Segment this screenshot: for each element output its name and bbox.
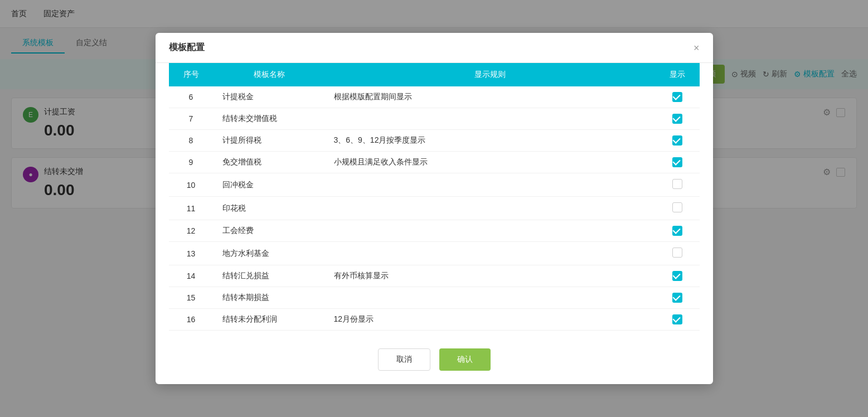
- checkbox-unchecked[interactable]: [672, 248, 682, 258]
- cell-name: 计提所得税: [214, 130, 325, 152]
- cell-checkbox[interactable]: [655, 265, 700, 287]
- cell-name: 工会经费: [214, 220, 325, 242]
- cell-checkbox[interactable]: [655, 130, 700, 152]
- cell-checkbox[interactable]: [655, 152, 700, 173]
- checkbox-checked[interactable]: [672, 135, 682, 146]
- cell-checkbox[interactable]: [655, 287, 700, 309]
- cell-rule: [325, 173, 655, 197]
- table-row: 11印花税: [169, 197, 700, 220]
- confirm-button[interactable]: 确认: [439, 348, 491, 371]
- col-name: 模板名称: [214, 63, 325, 86]
- cell-seq: 10: [169, 173, 214, 197]
- modal-body: 序号 模板名称 显示规则 显示 6计提税金根据模版配置期间显示7结转未交增值税8…: [156, 63, 713, 340]
- col-rule: 显示规则: [325, 63, 655, 86]
- modal-close-button[interactable]: ×: [694, 43, 700, 53]
- table-scroll-area[interactable]: 序号 模板名称 显示规则 显示 6计提税金根据模版配置期间显示7结转未交增值税8…: [169, 63, 700, 331]
- table-row: 14结转汇兑损益有外币核算显示: [169, 265, 700, 287]
- cell-rule: [325, 287, 655, 309]
- cell-rule: [325, 242, 655, 265]
- checkbox-unchecked[interactable]: [672, 202, 682, 212]
- cell-name: 结转本期损益: [214, 287, 325, 309]
- cell-rule: [325, 220, 655, 242]
- col-display: 显示: [655, 63, 700, 86]
- checkbox-checked[interactable]: [672, 226, 682, 236]
- config-table: 序号 模板名称 显示规则 显示 6计提税金根据模版配置期间显示7结转未交增值税8…: [169, 63, 700, 331]
- table-row: 12工会经费: [169, 220, 700, 242]
- cell-seq: 7: [169, 108, 214, 130]
- cell-seq: 6: [169, 86, 214, 108]
- modal-title: 模板配置: [169, 42, 205, 54]
- checkbox-checked[interactable]: [672, 271, 682, 281]
- modal-header: 模板配置 ×: [156, 33, 713, 63]
- cell-rule: 有外币核算显示: [325, 265, 655, 287]
- checkbox-checked[interactable]: [672, 114, 682, 124]
- checkbox-checked[interactable]: [672, 92, 682, 102]
- cell-name: 免交增值税: [214, 152, 325, 173]
- cell-checkbox[interactable]: [655, 108, 700, 130]
- checkbox-checked[interactable]: [672, 293, 682, 303]
- table-row: 8计提所得税3、6、9、12月按季度显示: [169, 130, 700, 152]
- cell-checkbox[interactable]: [655, 197, 700, 220]
- cell-seq: 9: [169, 152, 214, 173]
- cell-name: 结转汇兑损益: [214, 265, 325, 287]
- cell-seq: 15: [169, 287, 214, 309]
- cell-rule: 小规模且满足收入条件显示: [325, 152, 655, 173]
- modal-overlay: 模板配置 × 序号 模板名称 显示规则 显示 6计提税金根据模版配置期间显: [0, 0, 868, 417]
- table-row: 16结转未分配利润12月份显示: [169, 309, 700, 331]
- cell-rule: 根据模版配置期间显示: [325, 86, 655, 108]
- template-config-modal: 模板配置 × 序号 模板名称 显示规则 显示 6计提税金根据模版配置期间显: [156, 33, 713, 384]
- cell-seq: 16: [169, 309, 214, 331]
- checkbox-unchecked[interactable]: [672, 179, 682, 189]
- checkbox-checked[interactable]: [672, 314, 682, 324]
- cancel-button[interactable]: 取消: [378, 348, 430, 371]
- col-seq: 序号: [169, 63, 214, 86]
- table-row: 7结转未交增值税: [169, 108, 700, 130]
- cell-seq: 13: [169, 242, 214, 265]
- cell-checkbox[interactable]: [655, 173, 700, 197]
- cell-seq: 12: [169, 220, 214, 242]
- cell-rule: [325, 108, 655, 130]
- cell-rule: 3、6、9、12月按季度显示: [325, 130, 655, 152]
- cell-name: 回冲税金: [214, 173, 325, 197]
- table-row: 15结转本期损益: [169, 287, 700, 309]
- cell-checkbox[interactable]: [655, 220, 700, 242]
- cell-seq: 11: [169, 197, 214, 220]
- cell-name: 计提税金: [214, 86, 325, 108]
- cell-seq: 8: [169, 130, 214, 152]
- cell-name: 结转未交增值税: [214, 108, 325, 130]
- cell-checkbox[interactable]: [655, 242, 700, 265]
- cell-name: 地方水利基金: [214, 242, 325, 265]
- table-header-row: 序号 模板名称 显示规则 显示: [169, 63, 700, 86]
- table-row: 13地方水利基金: [169, 242, 700, 265]
- checkbox-checked[interactable]: [672, 157, 682, 167]
- modal-footer: 取消 确认: [156, 340, 713, 384]
- cell-checkbox[interactable]: [655, 86, 700, 108]
- table-row: 6计提税金根据模版配置期间显示: [169, 86, 700, 108]
- cell-name: 印花税: [214, 197, 325, 220]
- table-row: 10回冲税金: [169, 173, 700, 197]
- cell-name: 结转未分配利润: [214, 309, 325, 331]
- cell-seq: 14: [169, 265, 214, 287]
- cell-rule: [325, 197, 655, 220]
- cell-checkbox[interactable]: [655, 309, 700, 331]
- cell-rule: 12月份显示: [325, 309, 655, 331]
- table-row: 9免交增值税小规模且满足收入条件显示: [169, 152, 700, 173]
